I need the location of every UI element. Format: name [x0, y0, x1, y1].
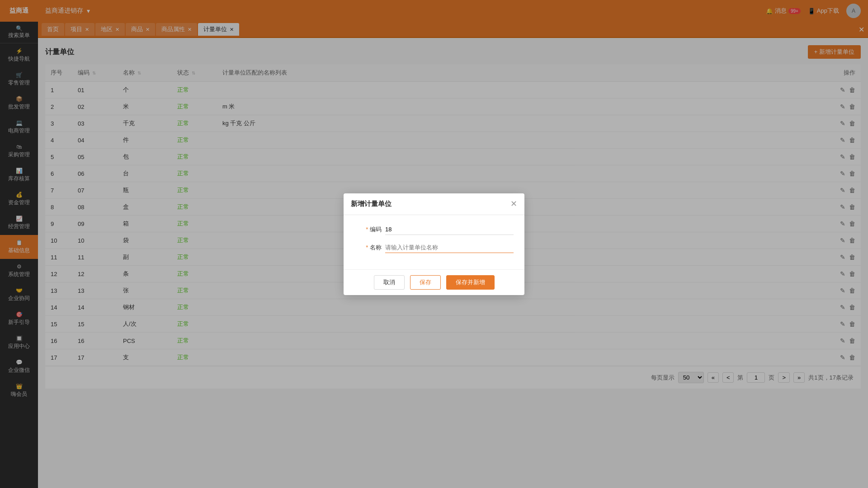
modal-overlay: 新增计量单位 ✕ 编码 名称 取消 保存 保存并新增 [0, 0, 868, 488]
save-button[interactable]: 保存 [410, 275, 441, 290]
modal-close-button[interactable]: ✕ [510, 200, 517, 208]
form-item-code: 编码 [354, 224, 514, 235]
modal-footer: 取消 保存 保存并新增 [344, 269, 524, 295]
modal-body: 编码 名称 [344, 215, 524, 269]
code-label: 编码 [354, 225, 382, 234]
code-input[interactable] [385, 224, 514, 235]
name-input[interactable] [385, 242, 514, 253]
save-and-new-button[interactable]: 保存并新增 [446, 275, 495, 290]
add-unit-modal: 新增计量单位 ✕ 编码 名称 取消 保存 保存并新增 [344, 193, 524, 295]
form-item-name: 名称 [354, 242, 514, 253]
modal-header: 新增计量单位 ✕ [344, 193, 524, 215]
modal-title: 新增计量单位 [351, 200, 392, 208]
cancel-button[interactable]: 取消 [374, 275, 405, 290]
name-label: 名称 [354, 244, 382, 252]
